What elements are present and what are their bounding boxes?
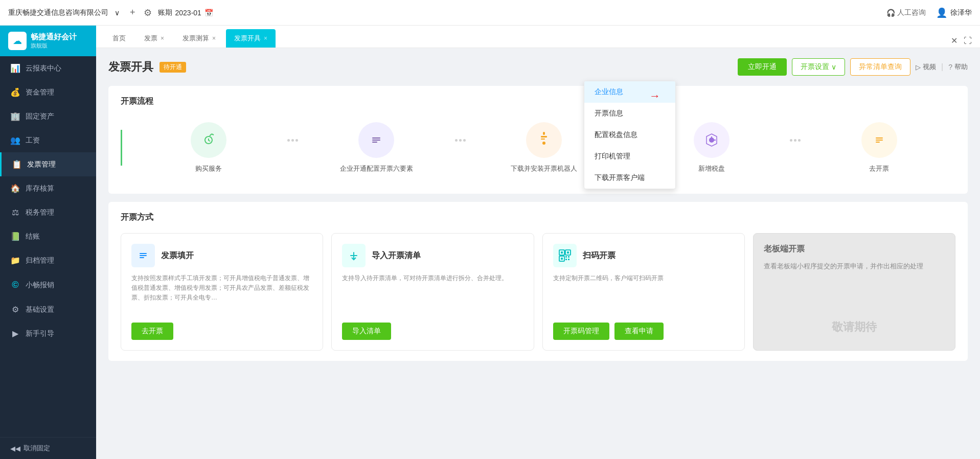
tab-expand-button[interactable]: ⛶ (964, 36, 972, 45)
tab-kaiju[interactable]: 发票开具 × (226, 29, 276, 48)
step-icon-3 (526, 122, 562, 158)
method-cards: 发票填开 支持按照发票样式手工填开发票；可开具增值税电子普通发票、增值税普通发票… (121, 233, 955, 351)
service-button[interactable]: 🎧 人工咨询 (886, 8, 926, 17)
step-icon-5 (861, 122, 897, 158)
tab-cesuan-close[interactable]: × (212, 35, 216, 42)
sidebar-item-zijin[interactable]: 💰 资金管理 (0, 80, 96, 104)
method-card-scan: 扫码开票 支持定制开票二维码，客户端可扫码开票 开票码管理 查看申请 (542, 233, 745, 351)
sidebar-label-jichushezhi: 基础设置 (26, 305, 54, 314)
activate-button[interactable]: 立即开通 (738, 58, 787, 76)
step-label-1: 购买服务 (195, 164, 222, 173)
top-bar-actions: + ⚙ (130, 7, 152, 18)
step-label-3: 下载并安装开票机器人 (511, 164, 577, 173)
method-fill-icon (131, 244, 155, 267)
step-icon-4 (694, 122, 730, 158)
dropdown-item-company[interactable]: 企业信息 (584, 81, 675, 103)
tab-kaiju-close[interactable]: × (264, 35, 267, 42)
sidebar-item-shuiwu[interactable]: ⚖ 税务管理 (0, 200, 96, 224)
tab-fapiao[interactable]: 发票 × (136, 29, 172, 48)
method-section: 开票方式 发票填开 支持按照发票样式手工填开发票；可开具增值税电子普通发票、增值… (108, 202, 968, 361)
svg-rect-29 (567, 251, 569, 254)
dropdown-item-download[interactable]: 下载开票客户端 (584, 167, 675, 189)
sidebar-label-guidang: 归档管理 (26, 256, 54, 265)
method-import-title: 导入开票清单 (372, 250, 421, 261)
method-card-boss: 老板端开票 查看老板端小程序提交的开票申请，并作出相应的处理 敬请期待 (753, 233, 955, 351)
page-header: 发票开具 待开通 立即开通 开票设置 ∨ 异常清单查询 ▷ 视频 | (108, 58, 968, 76)
kucun-icon: 🏠 (10, 183, 20, 193)
tab-close-button[interactable]: ✕ (951, 36, 958, 45)
settings-arrow-icon: ∨ (831, 63, 836, 71)
tab-fapiao-close[interactable]: × (161, 35, 164, 42)
method-boss-title: 老板端开票 (764, 244, 805, 255)
dropdown-item-taxdisk[interactable]: 配置税盘信息 (584, 124, 675, 146)
svg-rect-28 (561, 251, 563, 254)
tab-home[interactable]: 首页 (104, 29, 134, 48)
sidebar-item-jiezhang[interactable]: 📗 结账 (0, 224, 96, 248)
fapiao-icon: 📋 (12, 159, 22, 169)
sidebar-bottom[interactable]: ◀◀ 取消固定 (0, 437, 96, 459)
step-label-4: 新增税盘 (698, 164, 725, 173)
settings-icon-top[interactable]: ⚙ (144, 7, 152, 18)
tab-cesuai[interactable]: 发票测算 × (174, 29, 224, 48)
sidebar-bottom-icon: ◀◀ (10, 445, 20, 452)
main-layout: ☁ 畅捷通好会计 旗舰版 📊 云报表中心 💰 资金管理 🏢 固定资产 👥 工资 (0, 26, 980, 459)
sidebar-item-guding[interactable]: 🏢 固定资产 (0, 104, 96, 128)
svg-rect-33 (565, 259, 567, 260)
account-period: 账期 2023-01 📅 (158, 8, 213, 17)
settings-dropdown-button[interactable]: 开票设置 ∨ (792, 58, 845, 76)
method-import-desc: 支持导入待开票清单，可对待开票清单进行拆分、合并处理。 (342, 273, 523, 314)
sidebar-label-xinshou: 新手引导 (26, 329, 54, 338)
svg-rect-9 (541, 139, 545, 140)
top-bar: 重庆畅捷交通信息咨询有限公司 ∨ + ⚙ 账期 2023-01 📅 🎧 人工咨询… (0, 0, 980, 26)
logo-title: 畅捷通好会计 (31, 32, 77, 42)
svg-rect-8 (541, 136, 547, 137)
sidebar-item-xinshou[interactable]: ▶ 新手引导 (0, 322, 96, 346)
page-title-area: 发票开具 待开通 (108, 59, 186, 75)
svg-rect-4 (372, 137, 380, 139)
sidebar-item-jichushezhi[interactable]: ⚙ 基础设置 (0, 297, 96, 322)
top-bar-right: 🎧 人工咨询 👤 徐泽华 (886, 7, 972, 18)
sidebar-item-fapiao[interactable]: 📋 发票管理 (0, 152, 96, 176)
sidebar-item-kucun[interactable]: 🏠 库存核算 (0, 176, 96, 200)
help-label: 帮助 (954, 62, 968, 72)
sidebar-item-guidang[interactable]: 📁 归档管理 (0, 248, 96, 272)
tab-bar-right: ✕ ⛶ (951, 36, 972, 48)
video-button[interactable]: ▷ 视频 (916, 62, 936, 72)
svg-rect-6 (372, 142, 377, 143)
method-scan-btn1[interactable]: 开票码管理 (553, 323, 609, 340)
sidebar-item-yunbao[interactable]: 📊 云报表中心 (0, 56, 96, 80)
svg-rect-30 (561, 258, 563, 260)
method-scan-buttons: 开票码管理 查看申请 (553, 323, 734, 340)
tab-home-label: 首页 (112, 34, 126, 43)
sidebar-label-fapiao: 发票管理 (27, 160, 56, 169)
play-icon: ▷ (916, 63, 921, 71)
settings-dropdown-menu: 企业信息 开票信息 配置税盘信息 打印机管理 下载开票客户端 (584, 81, 676, 189)
flow-section: 开票流程 购买服务 (108, 86, 968, 194)
method-fill-btn[interactable]: 去开票 (131, 323, 173, 340)
company-name[interactable]: 重庆畅捷交通信息咨询有限公司 (8, 8, 108, 17)
help-button[interactable]: ? 帮助 (948, 62, 968, 72)
flow-title: 开票流程 (121, 96, 955, 107)
method-import-btn[interactable]: 导入清单 (342, 323, 391, 340)
connector-2 (453, 139, 468, 142)
dropdown-item-invoice[interactable]: 开票信息 (584, 103, 675, 124)
sidebar: ☁ 畅捷通好会计 旗舰版 📊 云报表中心 💰 资金管理 🏢 固定资产 👥 工资 (0, 26, 96, 459)
sidebar-label-shuiwu: 税务管理 (26, 208, 54, 217)
user-info[interactable]: 👤 徐泽华 (936, 7, 972, 18)
sidebar-item-xiaochang[interactable]: © 小畅报销 (0, 272, 96, 297)
shuiwu-icon: ⚖ (10, 208, 20, 217)
dropdown-item-printer[interactable]: 打印机管理 (584, 146, 675, 167)
logo-text: 畅捷通好会计 旗舰版 (31, 32, 77, 50)
guding-icon: 🏢 (10, 111, 20, 121)
sidebar-item-gongzi[interactable]: 👥 工资 (0, 128, 96, 152)
svg-rect-22 (140, 255, 147, 256)
method-scan-btn2[interactable]: 查看申请 (614, 323, 664, 340)
company-arrow[interactable]: ∨ (115, 9, 120, 17)
abnormal-button[interactable]: 异常清单查询 (850, 58, 910, 76)
sidebar-label-zijin: 资金管理 (26, 88, 54, 97)
calendar-icon[interactable]: 📅 (204, 9, 213, 17)
gongzi-icon: 👥 (10, 135, 20, 145)
add-button[interactable]: + (130, 7, 135, 18)
sidebar-label-xiaochang: 小畅报销 (26, 281, 54, 290)
step-icon-1 (191, 122, 226, 158)
